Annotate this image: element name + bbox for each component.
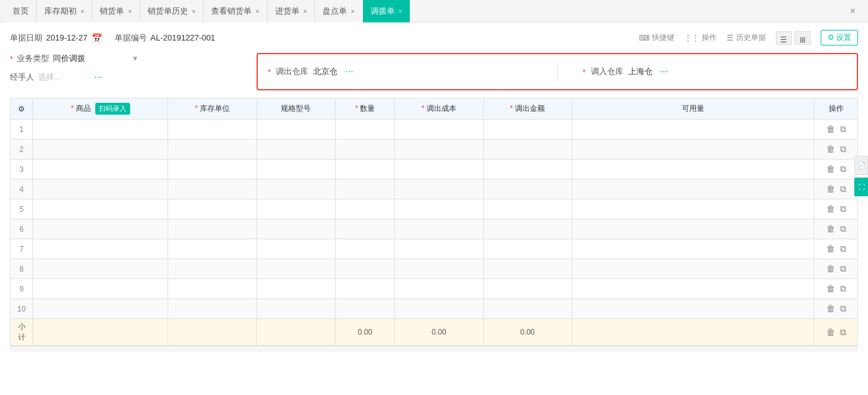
- unit-cell[interactable]: [168, 279, 257, 299]
- spec-cell[interactable]: [257, 279, 336, 299]
- product-cell[interactable]: [33, 179, 168, 199]
- product-cell[interactable]: [33, 159, 168, 179]
- copy-icon[interactable]: ⧉: [840, 124, 846, 135]
- copy-icon[interactable]: ⧉: [840, 303, 846, 314]
- spec-cell[interactable]: [257, 259, 336, 279]
- spec-cell[interactable]: [257, 299, 336, 319]
- amount-cell[interactable]: [483, 120, 572, 140]
- float-doc-btn[interactable]: 📄: [854, 156, 868, 175]
- qty-cell[interactable]: [336, 219, 395, 239]
- copy-icon[interactable]: ⧉: [840, 204, 846, 214]
- cost-cell[interactable]: [395, 179, 483, 199]
- qty-cell[interactable]: [336, 259, 395, 279]
- product-cell[interactable]: [33, 199, 168, 219]
- unit-cell[interactable]: [168, 259, 257, 279]
- product-cell[interactable]: [33, 120, 168, 140]
- tab-bar-close-btn[interactable]: ×: [842, 6, 863, 17]
- product-cell[interactable]: [33, 299, 168, 319]
- cost-cell[interactable]: [395, 219, 483, 239]
- tab-transfer[interactable]: 调拨单 ×: [363, 0, 410, 22]
- cost-cell[interactable]: [395, 159, 483, 179]
- list-view-btn[interactable]: ☰: [776, 31, 792, 45]
- history-btn[interactable]: ☰ 历史单据: [727, 32, 766, 43]
- grid-view-btn[interactable]: ⊞: [795, 31, 811, 45]
- product-cell[interactable]: [33, 239, 168, 259]
- amount-cell[interactable]: [483, 159, 572, 179]
- delete-icon[interactable]: 🗑: [826, 144, 835, 155]
- unit-cell[interactable]: [168, 179, 257, 199]
- copy-icon[interactable]: ⧉: [840, 144, 846, 155]
- tab-view-sales-close[interactable]: ×: [255, 7, 259, 15]
- cost-cell[interactable]: [395, 140, 483, 159]
- amount-cell[interactable]: [483, 179, 572, 199]
- copy-icon[interactable]: ⧉: [840, 224, 846, 234]
- scan-btn[interactable]: 扫码录入: [95, 103, 130, 115]
- tab-inventory-init[interactable]: 库存期初 ×: [37, 0, 92, 22]
- shortcut-btn[interactable]: ⌨ 快捷键: [639, 32, 674, 43]
- tab-purchase-close[interactable]: ×: [303, 7, 307, 15]
- product-cell[interactable]: [33, 140, 168, 159]
- transfer-in-ellipsis[interactable]: ···: [660, 66, 668, 77]
- copy-icon[interactable]: ⧉: [840, 283, 846, 294]
- qty-cell[interactable]: [336, 140, 395, 159]
- tab-sales-close[interactable]: ×: [128, 7, 131, 15]
- product-cell[interactable]: [33, 259, 168, 279]
- delete-icon[interactable]: 🗑: [826, 244, 835, 254]
- tab-sales[interactable]: 销货单 ×: [92, 0, 139, 22]
- qty-cell[interactable]: [336, 159, 395, 179]
- cost-cell[interactable]: [395, 259, 483, 279]
- handler-value[interactable]: 选择...: [38, 72, 88, 83]
- copy-icon[interactable]: ⧉: [840, 164, 846, 174]
- col-gear[interactable]: ⚙: [11, 98, 33, 120]
- scroll-bar-area[interactable]: [10, 346, 858, 352]
- unit-cell[interactable]: [168, 299, 257, 319]
- delete-icon[interactable]: 🗑: [826, 204, 835, 214]
- cost-cell[interactable]: [395, 279, 483, 299]
- amount-cell[interactable]: [483, 259, 572, 279]
- delete-icon[interactable]: 🗑: [826, 224, 835, 234]
- tab-stocktake-close[interactable]: ×: [351, 7, 354, 15]
- delete-icon[interactable]: 🗑: [826, 184, 835, 194]
- spec-cell[interactable]: [257, 120, 336, 140]
- calendar-icon[interactable]: 📅: [92, 33, 102, 43]
- spec-cell[interactable]: [257, 219, 336, 239]
- delete-icon[interactable]: 🗑: [826, 327, 835, 338]
- qty-cell[interactable]: [336, 120, 395, 140]
- copy-icon[interactable]: ⧉: [840, 244, 846, 254]
- amount-cell[interactable]: [483, 140, 572, 159]
- amount-cell[interactable]: [483, 219, 572, 239]
- unit-cell[interactable]: [168, 140, 257, 159]
- tab-inventory-init-close[interactable]: ×: [80, 7, 84, 15]
- qty-cell[interactable]: [336, 279, 395, 299]
- float-expand-btn[interactable]: ⛶: [854, 178, 868, 196]
- delete-icon[interactable]: 🗑: [826, 283, 835, 294]
- handler-ellipsis[interactable]: ···: [94, 72, 102, 83]
- tab-transfer-close[interactable]: ×: [399, 7, 402, 15]
- unit-cell[interactable]: [168, 120, 257, 140]
- product-cell[interactable]: [33, 219, 168, 239]
- spec-cell[interactable]: [257, 159, 336, 179]
- tab-sales-history[interactable]: 销货单历史 ×: [140, 0, 204, 22]
- qty-cell[interactable]: [336, 179, 395, 199]
- unit-cell[interactable]: [168, 159, 257, 179]
- business-type-dropdown[interactable]: ▼: [131, 54, 139, 63]
- delete-icon[interactable]: 🗑: [826, 124, 835, 135]
- delete-icon[interactable]: 🗑: [826, 303, 835, 314]
- qty-cell[interactable]: [336, 299, 395, 319]
- cost-cell[interactable]: [395, 199, 483, 219]
- copy-icon[interactable]: ⧉: [840, 327, 846, 338]
- tab-sales-history-close[interactable]: ×: [192, 7, 196, 15]
- amount-cell[interactable]: [483, 199, 572, 219]
- qty-cell[interactable]: [336, 239, 395, 259]
- transfer-out-ellipsis[interactable]: ···: [345, 66, 353, 77]
- cost-cell[interactable]: [395, 120, 483, 140]
- unit-cell[interactable]: [168, 239, 257, 259]
- tab-stocktake[interactable]: 盘点单 ×: [315, 0, 362, 22]
- amount-cell[interactable]: [483, 299, 572, 319]
- product-cell[interactable]: [33, 279, 168, 299]
- delete-icon[interactable]: 🗑: [826, 164, 835, 174]
- amount-cell[interactable]: [483, 279, 572, 299]
- unit-cell[interactable]: [168, 199, 257, 219]
- tab-purchase[interactable]: 进货单 ×: [268, 0, 315, 22]
- cost-cell[interactable]: [395, 239, 483, 259]
